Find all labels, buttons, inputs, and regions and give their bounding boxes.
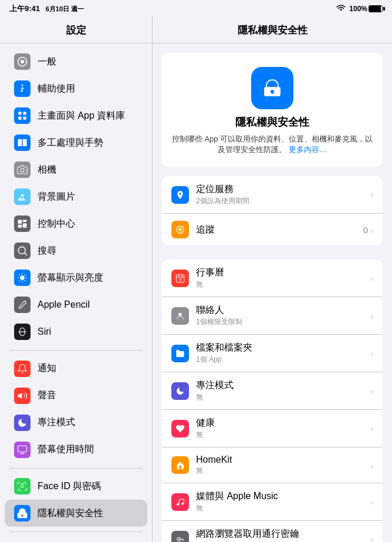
sidebar-divider	[9, 468, 143, 469]
sidebar-item-label-camera: 相機	[38, 164, 138, 176]
faceid-icon	[14, 478, 31, 494]
status-bar: 上午9:41 6月10日 週一 100%	[0, 0, 392, 16]
group-gap-0	[153, 255, 392, 260]
sidebar-item-sounds[interactable]: 聲音	[5, 382, 147, 409]
row-subtitle-contacts: 1個權限受限制	[196, 317, 363, 327]
sidebar-item-label-general: 一般	[38, 56, 138, 68]
svg-point-50	[181, 503, 184, 505]
svg-rect-8	[23, 139, 27, 146]
right-groups: 定位服務2個設為使用期間›追蹤0›10行事曆無›聯絡人1個權限受限制›檔案和檔案…	[153, 176, 392, 542]
row-content-health: 健康無	[196, 417, 363, 440]
svg-point-10	[21, 194, 24, 197]
screentime-icon	[14, 442, 31, 458]
applemusic-row-icon	[171, 493, 189, 511]
svg-rect-20	[18, 446, 27, 452]
sidebar-item-homescreen[interactable]: 主畫面與 App 資料庫	[5, 102, 147, 129]
sidebar-item-display[interactable]: 螢幕顯示與亮度	[5, 264, 147, 291]
svg-line-16	[25, 253, 27, 255]
files-row-icon	[171, 345, 189, 362]
row-title-tracking: 追蹤	[196, 224, 356, 236]
sidebar-item-focusmode[interactable]: 專注模式	[5, 409, 147, 436]
sidebar-item-general[interactable]: 一般	[5, 48, 147, 75]
hero-title: 隱私權與安全性	[235, 115, 309, 129]
sidebar-item-accessibility[interactable]: 輔助使用	[5, 75, 147, 102]
sidebar-item-privacy[interactable]: 隱私權與安全性	[5, 500, 147, 527]
row-right-calendar: ›	[370, 273, 373, 283]
passkeys-row-icon	[171, 531, 189, 542]
multitask-icon	[14, 134, 31, 151]
row-content-passkeys: 網路瀏覽器取用通行密鑰無	[196, 528, 363, 542]
sidebar-item-camera[interactable]: 相機	[5, 156, 147, 183]
row-subtitle-files: 1個 App	[196, 355, 363, 365]
svg-point-1	[21, 60, 24, 63]
svg-point-23	[23, 486, 24, 487]
search-icon	[14, 243, 31, 259]
location-group: 定位服務2個設為使用期間›追蹤0›	[162, 176, 383, 245]
row-title-focusmode: 專注模式	[196, 379, 363, 392]
settings-row-contacts[interactable]: 聯絡人1個權限受限制›	[162, 297, 383, 335]
data-group: 10行事曆無›聯絡人1個權限受限制›檔案和檔案夾1個 App›專注模式無›健康無…	[162, 260, 383, 542]
sidebar-item-appstore[interactable]: App Store	[5, 537, 147, 543]
sidebar-item-faceid[interactable]: Face ID 與密碼	[5, 473, 147, 500]
chevron-icon-location: ›	[370, 190, 373, 200]
settings-row-location[interactable]: 定位服務2個設為使用期間›	[162, 176, 383, 214]
row-title-applemusic: 媒體與 Apple Music	[196, 490, 363, 503]
sidebar-divider	[9, 350, 143, 351]
hero-more-link[interactable]: 更多內容…	[289, 145, 327, 154]
row-title-health: 健康	[196, 417, 363, 429]
row-right-applemusic: ›	[370, 497, 373, 507]
row-right-tracking: 0›	[363, 225, 373, 235]
chevron-icon-passkeys: ›	[370, 534, 373, 542]
settings-row-health[interactable]: 健康無›	[162, 410, 383, 447]
chevron-icon-applemusic: ›	[370, 497, 373, 507]
focusmode-row-icon	[171, 382, 189, 400]
row-subtitle-focusmode: 無	[196, 392, 363, 402]
hero-section: 隱私權與安全性 控制哪些 App 可以取用你的資料、位置、相機和麥克風，以及管理…	[162, 53, 383, 167]
svg-rect-48	[179, 466, 181, 469]
sidebar-item-multitask[interactable]: 多工處理與手勢	[5, 129, 147, 156]
sidebar-item-label-homescreen: 主畫面與 App 資料庫	[38, 110, 138, 122]
sidebar-item-label-accessibility: 輔助使用	[38, 83, 138, 95]
accessibility-icon	[14, 80, 31, 97]
row-content-files: 檔案和檔案夾1個 App	[196, 342, 363, 365]
homescreen-icon	[14, 107, 31, 124]
siri-icon	[14, 324, 31, 340]
settings-row-tracking[interactable]: 追蹤0›	[162, 214, 383, 245]
row-title-passkeys: 網路瀏覽器取用通行密鑰	[196, 528, 363, 540]
sidebar-item-label-applepencil: Apple Pencil	[38, 299, 138, 310]
row-content-homekit: HomeKit無	[196, 455, 363, 476]
row-right-health: ›	[370, 423, 373, 433]
sidebar-item-controlcenter[interactable]: 控制中心	[5, 210, 147, 237]
settings-row-calendar[interactable]: 10行事曆無›	[162, 260, 383, 297]
sidebar-item-wallpaper[interactable]: 背景圖片	[5, 183, 147, 210]
battery-icon	[369, 5, 383, 12]
chevron-icon-homekit: ›	[370, 460, 373, 470]
svg-point-49	[177, 503, 179, 506]
chevron-icon-focusmode: ›	[370, 386, 373, 396]
sidebar-item-search[interactable]: 搜尋	[5, 237, 147, 264]
settings-row-focusmode[interactable]: 專注模式無›	[162, 372, 383, 410]
panel-title: 隱私權與安全性	[153, 16, 392, 43]
sidebar: 設定 一般輔助使用主畫面與 App 資料庫多工處理與手勢相機背景圖片控制中心搜尋…	[0, 16, 153, 542]
sidebar-item-siri[interactable]: Siri	[5, 318, 147, 345]
sidebar-item-label-faceid: Face ID 與密碼	[38, 480, 138, 493]
sidebar-item-applepencil[interactable]: Apple Pencil	[5, 291, 147, 318]
sidebar-item-notifications[interactable]: 通知	[5, 355, 147, 382]
battery-container: 100%	[349, 5, 383, 13]
svg-rect-14	[18, 225, 22, 228]
settings-row-passkeys[interactable]: 網路瀏覽器取用通行密鑰無›	[162, 521, 383, 542]
status-time: 上午9:41 6月10日 週一	[9, 4, 84, 14]
main-layout: 設定 一般輔助使用主畫面與 App 資料庫多工處理與手勢相機背景圖片控制中心搜尋…	[0, 16, 392, 542]
sidebar-item-screentime[interactable]: 螢幕使用時間	[5, 436, 147, 463]
svg-point-22	[21, 486, 22, 487]
calendar-row-icon: 10	[171, 270, 189, 287]
svg-rect-13	[23, 223, 27, 228]
chevron-icon-files: ›	[370, 348, 373, 358]
settings-row-files[interactable]: 檔案和檔案夾1個 App›	[162, 335, 383, 372]
settings-row-homekit[interactable]: HomeKit無›	[162, 447, 383, 483]
wallpaper-icon	[14, 188, 31, 205]
row-subtitle-calendar: 無	[196, 280, 363, 289]
svg-point-17	[20, 275, 25, 280]
sidebar-item-label-controlcenter: 控制中心	[38, 218, 138, 230]
settings-row-applemusic[interactable]: 媒體與 Apple Music無›	[162, 483, 383, 521]
